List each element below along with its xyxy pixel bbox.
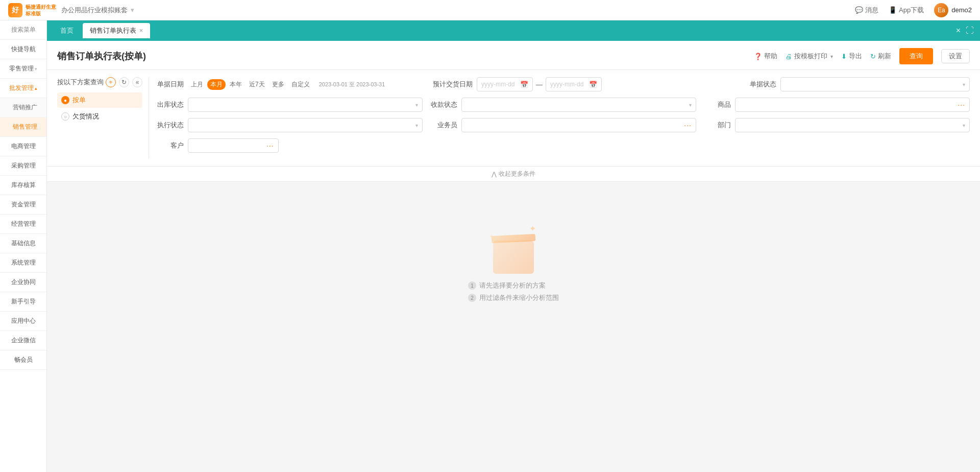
nav-item-by-order[interactable]: ● 按单 [57,92,142,108]
export-button[interactable]: ⬇ 导出 [841,52,862,61]
sidebar-item-app-center[interactable]: 应用中心 [0,312,46,331]
sidebar-item-wholesale-mgmt[interactable]: 批发管理 ▴ [0,79,46,98]
user-area[interactable]: Ea demo2 [934,3,972,17]
sidebar-item-vip-member[interactable]: 畅会员 [0,350,46,370]
date-tab-more[interactable]: 更多 [269,79,287,90]
sidebar-item-label: 销售管理 [13,123,37,130]
date-tab-this-month[interactable]: 本月 [207,79,226,90]
tab-maximize-btn[interactable]: ⛶ [966,26,974,35]
search-row-3: 执行状态 ▾ 业务员 ··· [155,118,970,132]
exec-status-select[interactable]: ▾ [188,118,423,132]
sidebar-item-sales-mgmt[interactable]: 销售管理 [0,117,46,137]
sidebar-item-basic-info[interactable]: 基础信息 [0,234,46,253]
single-date-label: 单据日期 [155,80,184,89]
calendar-icon: 📅 [520,81,528,88]
sidebar-item-finance-mgmt[interactable]: 资金管理 [0,195,46,215]
collapse-panel-button[interactable]: « [132,77,142,87]
add-scheme-button[interactable]: + [106,77,116,87]
refresh-scheme-button[interactable]: ↻ [119,77,129,87]
search-row-2: 出库状态 ▾ 收款状态 ▾ [155,98,970,112]
chevron-up-icon: ⋀ [492,171,497,178]
refresh-button[interactable]: ↻ 刷新 [870,52,891,61]
sidebar-item-retail-mgmt[interactable]: 零售管理 ▾ [0,59,46,79]
sidebar-item-enterprise-coop[interactable]: 企业协同 [0,273,46,292]
query-button[interactable]: 查询 [899,48,933,64]
sidebar-item-label: 新手引导 [11,298,36,305]
calendar-icon-2: 📅 [589,81,597,88]
search-left-header: 按以下方案查询 + ↻ « [57,77,142,87]
collection-status-select[interactable]: ▾ [461,98,696,112]
page-content: 销售订单执行表(按单) ❓ 帮助 🖨 按模板打印 ▾ ⬇ 导出 [47,41,980,472]
sidebar-item-quick-nav[interactable]: 快捷导航 [0,40,46,59]
customer-select[interactable]: ··· [188,138,279,153]
sidebar-item-label: 企业协同 [11,278,36,286]
out-status-select[interactable]: ▾ [188,98,423,112]
chevron-down-icon: ▾ [963,123,965,128]
export-icon: ⬇ [841,53,847,60]
tab-close-icon[interactable]: × [139,27,143,34]
breadcrumb-text: 办公用品行业模拟账套 [61,6,128,15]
customer-label: 客户 [155,141,184,150]
collection-status-field: 收款状态 ▾ [429,98,696,112]
sidebar: 搜索菜单 快捷导航 零售管理 ▾ 批发管理 ▴ 营销推广 销售管理 电商管理 采… [0,20,47,472]
chevron-down-icon: ▾ [415,102,418,108]
dots-icon: ··· [958,101,965,109]
tabs-left: 首页 销售订单执行表 × [53,23,150,38]
dept-select[interactable]: ▾ [735,118,970,132]
sidebar-item-purchase-mgmt[interactable]: 采购管理 [0,156,46,176]
salesman-select[interactable]: ··· [461,118,696,132]
sidebar-item-marketing[interactable]: 营销推广 [0,98,46,117]
sidebar-item-label: 营销推广 [13,104,37,111]
app-download-action[interactable]: 📱 App下载 [889,6,924,15]
date-tab-last-7-days[interactable]: 近7天 [246,79,268,90]
tabs-right: × ⛶ [956,26,974,35]
salesman-field: 业务员 ··· [429,118,696,132]
single-date-field: 单据日期 上月 本月 本年 近7天 更多 自定义 2023-03-01 至 20… [155,79,427,90]
tab-sales-order[interactable]: 销售订单执行表 × [83,23,150,38]
settings-button[interactable]: 设置 [941,49,970,63]
sidebar-item-system-mgmt[interactable]: 系统管理 [0,253,46,273]
goods-select[interactable]: ··· [735,98,970,112]
sidebar-item-label: 电商管理 [11,143,36,150]
collapse-button[interactable]: ⋀ 收起更多条件 [492,170,535,178]
expected-date-start-input[interactable]: yyyy-mm-dd 📅 [477,77,533,91]
sidebar-item-ecommerce-mgmt[interactable]: 电商管理 [0,137,46,156]
empty-tip-1: 1 请先选择要分析的方案 [468,281,546,290]
breadcrumb-dropdown-icon[interactable]: ▾ [131,6,134,14]
print-dropdown-icon[interactable]: ▾ [830,54,833,59]
sidebar-item-label: 批发管理 [9,84,34,92]
sidebar-item-label: 采购管理 [11,162,36,169]
empty-num-1: 1 [468,281,476,290]
exec-status-label: 执行状态 [155,121,184,130]
date-tab-last-month[interactable]: 上月 [188,79,206,90]
logo-icon: 好 [8,3,22,17]
expected-date-label: 预计交货日期 [433,80,473,89]
single-status-select[interactable]: ▾ [780,77,970,91]
nav-item-by-debt[interactable]: ○ 欠货情况 [57,109,142,124]
sidebar-item-search-menu[interactable]: 搜索菜单 [0,20,46,40]
search-left-icons: + ↻ « [106,77,142,87]
date-tab-custom[interactable]: 自定义 [288,79,313,90]
top-header: 好 畅捷通好生意 标准版 办公用品行业模拟账套 ▾ 💬 消息 📱 App下载 E… [0,0,980,20]
sidebar-item-inventory[interactable]: 库存核算 [0,176,46,195]
tab-home[interactable]: 首页 [53,23,81,38]
tab-sales-order-label: 销售订单执行表 [90,26,136,35]
nav-dot-gray: ○ [61,112,69,121]
sidebar-item-operation-mgmt[interactable]: 经营管理 [0,215,46,234]
search-left-panel: 按以下方案查询 + ↻ « ● 按单 [57,77,149,159]
date-tab-this-year[interactable]: 本年 [227,79,245,90]
expected-date-end-input[interactable]: yyyy-mm-dd 📅 [546,77,602,91]
sidebar-item-new-guide[interactable]: 新手引导 [0,292,46,312]
expected-date-field: 预计交货日期 yyyy-mm-dd 📅 — yyyy-mm-dd [433,77,742,91]
message-label: 消息 [865,6,878,15]
sidebar-item-enterprise-wechat[interactable]: 企业微信 [0,331,46,350]
help-button[interactable]: ❓ 帮助 [754,52,777,61]
user-name: demo2 [951,6,972,14]
tab-close-window-btn[interactable]: × [956,26,961,35]
nav-dot-active: ● [61,96,69,104]
header-left: 好 畅捷通好生意 标准版 办公用品行业模拟账套 ▾ [8,3,134,17]
dept-field: 部门 ▾ [702,118,970,132]
message-action[interactable]: 💬 消息 [855,6,878,15]
print-button[interactable]: 🖨 按模板打印 ▾ [786,52,833,61]
sidebar-item-label: 经营管理 [11,220,36,227]
